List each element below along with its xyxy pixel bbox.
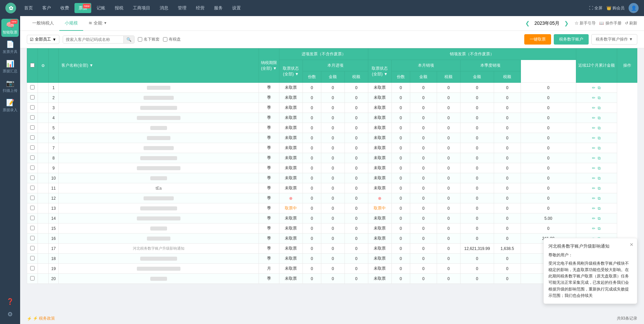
fetch-status-out-cell[interactable]: 未取票 — [368, 183, 391, 193]
edit-icon[interactable]: ✏ — [592, 176, 595, 181]
tax-disk-checkbox-label[interactable]: 有税盘 — [163, 37, 181, 42]
row-checkbox[interactable] — [30, 276, 35, 280]
row-checkbox[interactable] — [30, 246, 35, 250]
fetch-status-in-cell[interactable]: 未取票 — [279, 163, 303, 173]
copy-icon[interactable]: ⧉ — [598, 206, 601, 211]
sidebar-help[interactable]: ❓ — [1, 296, 19, 307]
sidebar-item-scan[interactable]: 📷 扫描上传 — [1, 77, 19, 95]
fetch-status-out-cell[interactable]: 未取票 — [368, 123, 391, 133]
row-checkbox[interactable] — [30, 196, 35, 200]
notification-close-btn[interactable]: ✕ — [630, 241, 634, 248]
nav-settings[interactable]: 设置 — [228, 3, 245, 13]
nav-business[interactable]: 工商项目 — [129, 3, 154, 13]
copy-icon[interactable]: ⧉ — [598, 106, 601, 110]
sidebar-item-entry[interactable]: 📝 票据录入 — [1, 96, 19, 115]
nav-service[interactable]: 服务 — [210, 3, 227, 13]
fetch-status-out-cell[interactable]: 未取票 — [368, 133, 391, 143]
copy-icon[interactable]: ⧉ — [598, 196, 601, 201]
row-checkbox[interactable] — [30, 85, 35, 89]
fetch-status-out-cell[interactable]: 未取票 — [368, 163, 391, 173]
digital-tax-btn[interactable]: 税务数字账户 — [554, 34, 589, 45]
nav-accounting[interactable]: 记账 — [93, 3, 109, 13]
fetch-status-in-cell[interactable]: 未取票 — [279, 103, 303, 113]
fetch-status-in-cell[interactable]: 未取票 — [279, 153, 303, 163]
fetch-status-in-cell[interactable]: 未取票 — [279, 133, 303, 143]
row-checkbox[interactable] — [30, 236, 35, 240]
fetch-status-in-cell[interactable]: 未取票 — [279, 254, 303, 264]
fetch-status-out-cell[interactable]: 未取票 — [368, 83, 391, 93]
edit-icon[interactable]: ✏ — [592, 216, 595, 221]
edit-icon[interactable]: ✏ — [592, 206, 595, 211]
copy-icon[interactable]: ⧉ — [598, 95, 601, 100]
fetch-status-out-cell[interactable]: 未取票 — [368, 234, 391, 244]
th-client-name[interactable]: 客户名称(全部) ▼ — [59, 49, 259, 83]
row-checkbox[interactable] — [30, 145, 35, 150]
row-checkbox[interactable] — [30, 105, 35, 110]
tab-all[interactable]: ≋ 全能 ▼ — [83, 16, 112, 31]
fetch-status-in-cell[interactable]: 未取票 — [279, 143, 303, 153]
sidebar-item-summary[interactable]: 📊 票据汇总 — [1, 58, 19, 76]
select-all-checkbox[interactable] — [30, 63, 35, 67]
fetch-status-in-cell[interactable]: 未取票 — [279, 223, 303, 234]
fetch-status-in-cell[interactable]: 未取票 — [279, 123, 303, 133]
digital-tax-ops-btn[interactable]: 税务数字账户操作 ▼ — [591, 34, 637, 45]
edit-icon[interactable]: ✏ — [592, 146, 595, 150]
staff-select[interactable]: ☑ 全部员工 ▼ — [27, 35, 59, 44]
vip-btn[interactable]: 👑 购会员 — [606, 5, 625, 11]
fetch-status-out-cell[interactable]: 未取票 — [368, 223, 391, 234]
edit-icon[interactable]: ✏ — [592, 106, 595, 110]
sidebar-settings[interactable]: ⚙ — [1, 309, 19, 320]
edit-icon[interactable]: ✏ — [592, 166, 595, 171]
copy-icon[interactable]: ⧉ — [598, 116, 601, 120]
fetch-status-in-cell[interactable]: 未取票 — [279, 244, 303, 254]
row-checkbox[interactable] — [30, 125, 35, 130]
row-checkbox[interactable] — [30, 95, 35, 100]
avatar[interactable]: 👤 — [629, 3, 639, 13]
row-checkbox[interactable] — [30, 216, 35, 220]
next-month-btn[interactable]: ❯ — [562, 19, 571, 27]
th-tax-period[interactable]: 纳税期限(全部) ▼ — [259, 49, 279, 83]
fetch-status-out-cell[interactable]: 未取票 — [368, 93, 391, 103]
row-checkbox[interactable] — [30, 266, 35, 270]
copy-icon[interactable]: ⧉ — [598, 226, 601, 231]
edit-icon[interactable]: ✏ — [592, 95, 595, 100]
tax-policy-link[interactable]: ⚡ ⚡ 税务政策 — [27, 316, 55, 321]
fetch-status-in-cell[interactable]: 未取票 — [279, 83, 303, 93]
edit-icon[interactable]: ✏ — [592, 126, 595, 130]
sidebar-item-smart-invoice[interactable]: 🧠 智能取票 new — [1, 19, 19, 37]
fetch-status-in-cell[interactable]: 未取票 — [279, 183, 303, 193]
fetch-status-out-cell[interactable]: 未取票 — [368, 103, 391, 113]
nav-manage[interactable]: 管理 — [174, 3, 191, 13]
fetch-status-out-cell[interactable]: 未取票 — [368, 173, 391, 183]
fetch-status-out-cell[interactable]: 未取票 — [368, 213, 391, 223]
sidebar-item-open-invoice[interactable]: 📄 发票开具 — [1, 38, 19, 56]
edit-icon[interactable]: ✏ — [592, 136, 595, 140]
row-checkbox[interactable] — [30, 176, 35, 180]
fetch-status-out-cell[interactable]: 未取票 — [368, 113, 391, 123]
row-checkbox[interactable] — [30, 166, 35, 170]
fetch-status-in-cell[interactable]: 未取票 — [279, 113, 303, 123]
nav-operation[interactable]: 经营 — [192, 3, 209, 13]
copy-icon[interactable]: ⧉ — [598, 85, 601, 90]
nav-tax[interactable]: 报税 — [111, 3, 127, 13]
edit-icon[interactable]: ✏ — [592, 156, 595, 160]
fetch-status-out-cell[interactable]: 未取票 — [368, 143, 391, 153]
new-guide-btn[interactable]: ☆ 新手引导 — [575, 20, 596, 26]
fetch-status-out-cell[interactable]: ⊗ — [368, 193, 391, 203]
fetch-status-in-cell[interactable]: 未取票 — [279, 213, 303, 223]
edit-icon[interactable]: ✏ — [592, 116, 595, 120]
row-checkbox[interactable] — [30, 206, 35, 210]
fetch-status-out-cell[interactable]: 未取票 — [368, 274, 391, 284]
fetch-status-in-cell[interactable]: 取票中 — [279, 203, 303, 213]
ledger-checkbox-label[interactable]: 名下账套 — [138, 37, 160, 42]
row-checkbox[interactable] — [30, 186, 35, 190]
fetch-status-out-cell[interactable]: 未取票 — [368, 153, 391, 163]
search-button[interactable]: 🔍 — [123, 36, 134, 43]
fetch-status-in-cell[interactable]: 未取票 — [279, 274, 303, 284]
edit-icon[interactable]: ✏ — [592, 196, 595, 201]
prev-month-btn[interactable]: ❮ — [523, 19, 532, 27]
copy-icon[interactable]: ⧉ — [598, 186, 601, 191]
row-checkbox[interactable] — [30, 115, 35, 120]
refresh-btn[interactable]: ↺ 刷新 — [625, 20, 637, 26]
tab-small-scale[interactable]: 小规模 — [59, 16, 83, 31]
